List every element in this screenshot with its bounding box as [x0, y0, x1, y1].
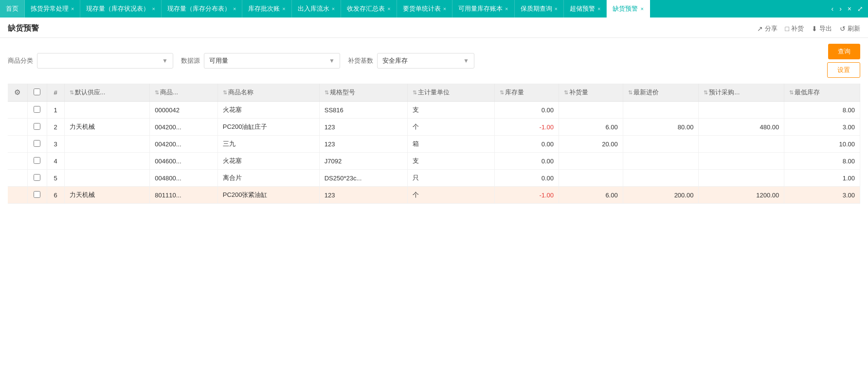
row-min-stock: 1.00 [784, 170, 860, 187]
row-product-name: PC200张紧油缸 [217, 187, 319, 204]
nav-tab-close-icon[interactable]: × [233, 6, 236, 12]
row-checkbox-cell [27, 187, 47, 204]
row-number: 1 [47, 102, 64, 119]
replenish-base-select[interactable]: 安全库存 ▼ [377, 53, 474, 69]
nav-tab-inventory-status[interactable]: 现存量（库存状况表）× [80, 0, 161, 18]
nav-tab-abnormal[interactable]: 拣货异常处理× [25, 0, 80, 18]
row-supplier [64, 170, 150, 187]
row-select-checkbox[interactable] [34, 106, 40, 113]
row-latest-price: 80.00 [623, 119, 699, 136]
unit-col-header: ⇅主计量单位 [407, 84, 495, 102]
nav-tab-batch-account[interactable]: 库存批次账× [242, 0, 291, 18]
table-row: 5004800...离合片DS250*23c...只0.001.00 [8, 170, 860, 187]
row-latest-price: 200.00 [623, 187, 699, 204]
nav-tab-close-icon[interactable]: × [71, 6, 74, 12]
row-stock-qty: 0.00 [495, 102, 559, 119]
nav-tab-in-out-flow[interactable]: 出入库流水× [292, 0, 341, 18]
row-unit: 支 [407, 102, 495, 119]
filter-bar: 商品分类 ▼ 数据源 可用量 ▼ 补货基数 安全库存 ▼ 查询 设置 [0, 38, 868, 84]
select-all-checkbox[interactable] [34, 88, 40, 95]
row-supplier: 力天机械 [64, 119, 150, 136]
row-checkbox-cell [27, 170, 47, 187]
datasource-label: 数据源 [181, 56, 200, 65]
est-purchase-col-header: ⇅预计采购... [699, 84, 784, 102]
table-row: 2力天机械004200...PC200油缸庄子123个-1.006.0080.0… [8, 119, 860, 136]
nav-tab-collect-store[interactable]: 收发存汇总表× [341, 0, 397, 18]
nav-tab-inventory-dist[interactable]: 现存量（库存分布表）× [162, 0, 242, 18]
row-supplier [64, 153, 150, 170]
query-button[interactable]: 查询 [828, 44, 860, 59]
table-header: ⚙ # ⇅默认供应... ⇅商品... ⇅商品名称 ⇅规格型号 ⇅主计量单位 ⇅… [8, 84, 860, 102]
row-replenish-qty [559, 170, 623, 187]
category-label: 商品分类 [8, 56, 33, 65]
data-table: ⚙ # ⇅默认供应... ⇅商品... ⇅商品名称 ⇅规格型号 ⇅主计量单位 ⇅… [8, 84, 860, 204]
refresh-icon: ↺ [840, 25, 846, 33]
nav-tab-label: 首页 [6, 4, 18, 13]
row-replenish-qty: 6.00 [559, 119, 623, 136]
nav-tab-home[interactable]: 首页 [0, 0, 25, 18]
row-product-code: 004800... [150, 170, 217, 187]
row-gear-cell [8, 136, 27, 153]
share-button[interactable]: ↗ 分享 [757, 24, 778, 33]
settings-col-header[interactable]: ⚙ [8, 84, 27, 102]
nav-tab-close-icon[interactable]: × [387, 6, 390, 12]
nav-tab-close-icon[interactable]: × [640, 6, 643, 12]
row-select-checkbox[interactable] [34, 140, 40, 147]
row-est-purchase [699, 153, 784, 170]
replenish-button[interactable]: □ 补货 [785, 24, 804, 33]
nav-tab-close-icon[interactable]: × [443, 6, 446, 12]
refresh-button[interactable]: ↺ 刷新 [840, 24, 860, 33]
row-product-code: 004200... [150, 136, 217, 153]
settings-button[interactable]: 设置 [827, 62, 860, 78]
row-select-checkbox[interactable] [34, 191, 40, 198]
nav-tab-close-icon[interactable]: × [597, 6, 600, 12]
nav-tab-close-icon[interactable]: × [555, 6, 558, 12]
export-icon: ⬇ [812, 25, 817, 33]
row-est-purchase [699, 102, 784, 119]
export-button[interactable]: ⬇ 导出 [812, 24, 832, 33]
nav-expand-btn[interactable]: ⤢ [854, 0, 866, 18]
datasource-value: 可用量 [209, 56, 228, 65]
replenish-icon: □ [785, 25, 789, 33]
nav-close-btn[interactable]: × [845, 0, 854, 18]
nav-next-btn[interactable]: › [836, 0, 845, 18]
nav-tab-available-ledger[interactable]: 可用量库存账本× [452, 0, 514, 18]
nav-prev-btn[interactable]: ‹ [828, 0, 836, 18]
product-code-col-header: ⇅商品... [150, 84, 217, 102]
row-stock-qty: 0.00 [495, 170, 559, 187]
nav-tab-shortage[interactable]: 缺货预警× [607, 0, 650, 18]
row-est-purchase [699, 136, 784, 153]
nav-controls: ‹ › × ⤢ [828, 0, 868, 18]
nav-tab-overstock[interactable]: 超储预警× [564, 0, 607, 18]
nav-tab-label: 出入库流水 [298, 4, 329, 13]
row-min-stock: 8.00 [784, 153, 860, 170]
nav-tab-close-icon[interactable]: × [332, 6, 335, 12]
table-row: 6力天机械801110...PC200张紧油缸123个-1.006.00200.… [8, 187, 860, 204]
nav-tab-expiry[interactable]: 保质期查询× [515, 0, 564, 18]
datasource-select[interactable]: 可用量 ▼ [204, 53, 340, 69]
row-supplier: 力天机械 [64, 187, 150, 204]
row-select-checkbox[interactable] [34, 157, 40, 164]
row-number: 6 [47, 187, 64, 204]
replenish-base-chevron-icon: ▼ [463, 57, 469, 64]
nav-tab-close-icon[interactable]: × [505, 6, 508, 12]
nav-tab-label: 现存量（库存分布表） [167, 4, 231, 13]
row-gear-cell [8, 170, 27, 187]
table-row: 10000042火花塞SS816支0.008.00 [8, 102, 860, 119]
nav-tab-close-icon[interactable]: × [282, 6, 285, 12]
table-row: 3004200...三九123箱0.0020.0010.00 [8, 136, 860, 153]
product-name-col-header: ⇅商品名称 [217, 84, 319, 102]
nav-tab-order-stats[interactable]: 要货单统计表× [397, 0, 452, 18]
row-product-code: 0000042 [150, 102, 217, 119]
table-body: 10000042火花塞SS816支0.008.002力天机械004200...P… [8, 102, 860, 204]
row-select-checkbox[interactable] [34, 174, 40, 181]
row-gear-cell [8, 153, 27, 170]
page-content: 缺货预警 ↗ 分享 □ 补货 ⬇ 导出 ↺ 刷新 商品分类 [0, 18, 868, 387]
row-supplier [64, 136, 150, 153]
row-checkbox-cell [27, 102, 47, 119]
category-select[interactable]: ▼ [37, 53, 173, 69]
row-select-checkbox[interactable] [34, 123, 40, 130]
datasource-chevron-icon: ▼ [329, 57, 335, 64]
nav-tab-close-icon[interactable]: × [152, 6, 155, 12]
row-spec: J7092 [319, 153, 407, 170]
